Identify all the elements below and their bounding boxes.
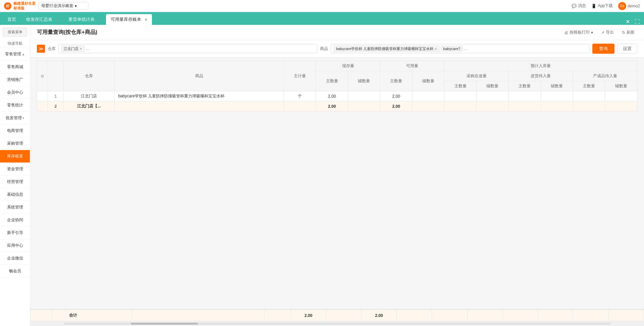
sidebar-item-purchase[interactable]: 采购管理 (0, 137, 30, 150)
export-icon: ↗ (601, 30, 604, 35)
row-production-aux-2 (605, 101, 637, 111)
production-main-header: 主数量 (573, 81, 605, 91)
logo-icon: 好 (4, 2, 11, 10)
top-bar: 好 畅捷通好生意 标准版 母婴行业演示账套 ▾ 💬 消息 📱 App下载 Ea … (0, 0, 644, 12)
footer-purchase-aux (467, 310, 502, 321)
refresh-btn[interactable]: ↻ 刷新 (619, 28, 637, 37)
sidebar-item-retail[interactable]: 零售管理 ▲ (0, 48, 30, 61)
main-layout: 搜索菜单 快捷导航 零售管理 ▲ 零售商城 营销推广 会员中心 零售统计 批发管… (0, 25, 644, 326)
sidebar-item-operations[interactable]: 经营管理 (0, 176, 30, 188)
footer-production-aux (608, 310, 644, 321)
production-aux-header: 辅数量 (605, 81, 637, 91)
footer-stock-main: 2.00 (291, 310, 326, 321)
stock-aux-header: 辅数量 (348, 71, 380, 91)
row-purchase-aux-2 (477, 101, 509, 111)
sidebar-item-wholesale[interactable]: 批发管理 ▾ (0, 112, 30, 125)
sidebar-item-app-center[interactable]: 应用中心 (0, 239, 30, 252)
sidebar-item-basic[interactable]: 基础信息 (0, 188, 30, 201)
sidebar-item-newbie[interactable]: 新手引导 (0, 227, 30, 239)
close-tab-available[interactable]: ✕ (145, 18, 147, 21)
top-bar-left: 好 畅捷通好生意 标准版 母婴行业演示账套 ▾ (4, 1, 89, 10)
warehouse-header: 仓库 (63, 61, 115, 91)
purchase-main-header: 主数量 (444, 81, 477, 91)
remove-warehouse-tag[interactable]: ✕ (79, 47, 82, 51)
gear-icon[interactable]: ⚙ (41, 74, 44, 79)
footer-empty-1 (31, 310, 53, 321)
sidebar-item-marketing[interactable]: 营销推广 (0, 74, 30, 86)
sidebar-item-retail-stats[interactable]: 零售统计 (0, 99, 30, 112)
footer-available-main: 2.00 (361, 310, 396, 321)
sidebar-item-enterprise[interactable]: 企业协同 (0, 214, 30, 227)
footer-label: 合计 (66, 310, 132, 321)
row-settings (37, 91, 48, 101)
tab-order[interactable]: 要货单统计表 ✕ (64, 14, 105, 25)
content-area: 可用量查询(按仓库+商品) 🖨 按模板打印 ▾ ↗ 导出 ↻ 刷新 ≫ (30, 25, 644, 326)
fullscreen-btn[interactable]: ⛶ (633, 19, 641, 25)
sidebar-item-inventory[interactable]: 库存核算 (0, 150, 30, 163)
tab-available[interactable]: 可用量库存账本 ✕ (106, 14, 152, 25)
close-all-tabs-btn[interactable]: ✕ (624, 18, 631, 25)
close-tab-receive[interactable]: ✕ (56, 18, 58, 21)
message-btn[interactable]: 💬 消息 (572, 3, 586, 9)
sidebar-item-member[interactable]: 会员中心 (0, 86, 30, 99)
row-production-main-2 (573, 101, 605, 111)
logo-area: 好 畅捷通好生意 标准版 (4, 1, 36, 10)
sidebar-item-ecommerce[interactable]: 电商管理 (0, 125, 30, 137)
close-tab-order[interactable]: ✕ (98, 18, 101, 21)
chevron-icon: ▲ (22, 52, 25, 56)
print-icon: 🖨 (564, 30, 568, 35)
footer-inbound-main (502, 310, 538, 321)
footer-row: 合计 2.00 2.00 (31, 310, 644, 321)
footer-table: 合计 2.00 2.00 (30, 310, 644, 321)
row-stock-aux-2 (348, 101, 380, 111)
search-menu-btn[interactable]: 搜索菜单 (3, 28, 27, 37)
tab-home[interactable]: 首页 (3, 14, 21, 25)
nav-controls: ✕ ⛶ (624, 18, 641, 25)
page-actions: 🖨 按模板打印 ▾ ↗ 导出 ↻ 刷新 (561, 28, 637, 37)
set-btn[interactable]: 设置 (617, 44, 637, 54)
product-header: 商品 (115, 61, 284, 91)
inbound-group-header: 进货待入量 (508, 71, 573, 81)
remove-product-tag-1[interactable]: ✕ (434, 47, 437, 51)
filter-toggle-btn[interactable]: ≫ (37, 45, 45, 53)
sidebar-item-finance[interactable]: 资金管理 (0, 163, 30, 176)
settings-header: ⚙ (37, 61, 48, 91)
sidebar-item-system[interactable]: 系统管理 (0, 201, 30, 214)
stock-main-header: 主数量 (316, 71, 348, 91)
table-footer: 合计 2.00 2.00 (30, 309, 644, 321)
stock-group-header: 现存量 (316, 61, 380, 71)
warehouse-tag: 江北门店 ✕ (61, 46, 85, 52)
message-icon: 💬 (572, 4, 577, 8)
sidebar-quick-nav[interactable]: 快捷导航 (0, 39, 30, 48)
app-download-btn[interactable]: 📱 App下载 (591, 3, 613, 9)
row-available-aux-2 (412, 101, 444, 111)
product-filter-tags[interactable]: babycare学饮杯 儿童防摔防撞吸管杯重力球吸嘴杯宝宝水杯 ✕ babyca… (331, 44, 590, 53)
tenant-selector[interactable]: 母婴行业演示账套 ▾ (38, 2, 89, 10)
row-warehouse-2: 江北门店【... (63, 101, 115, 111)
row-stock-main-1: 2.00 (316, 91, 348, 101)
table-row: 1 江北门店 babycare学饮杯 儿童防摔防撞吸管杯重力球吸嘴杯宝宝水杯 个… (37, 91, 637, 101)
inbound-aux-header: 辅数量 (541, 81, 573, 91)
sidebar-item-retail-mall[interactable]: 零售商城 (0, 61, 30, 74)
bottom-scrollbar[interactable] (30, 321, 644, 326)
tab-receive[interactable]: 收发存汇总表 ✕ (21, 14, 63, 25)
chevron-icon: ▾ (22, 116, 24, 120)
user-menu[interactable]: Ea demo2 (618, 2, 640, 10)
row-unit-2 (284, 101, 316, 111)
scroll-thumb[interactable] (131, 323, 198, 325)
sidebar-item-member2[interactable]: 畅会员 (0, 265, 30, 278)
footer-stock-aux (326, 310, 361, 321)
warehouse-filter-tags[interactable]: 江北门店 ✕ ... (58, 44, 317, 53)
row-inbound-main-2 (508, 101, 541, 111)
sidebar-search-area: 搜索菜单 (0, 25, 30, 39)
query-btn[interactable]: 查询 (592, 44, 614, 54)
product-label: 商品 (320, 46, 328, 52)
data-table: ⚙ 仓库 商品 主计量 现存量 可用量 预计入库量 主数量 辅数量 主数量 (37, 61, 637, 111)
export-btn[interactable]: ↗ 导出 (598, 28, 616, 37)
product-tag-1: babycare学饮杯 儿童防摔防撞吸管杯重力球吸嘴杯宝宝水杯 ✕ (334, 46, 439, 52)
product-tag-2: babycare? (441, 46, 463, 51)
print-btn[interactable]: 🖨 按模板打印 ▾ (561, 28, 596, 37)
sidebar-item-enterprise-wechat[interactable]: 企业微信 (0, 252, 30, 265)
page-header: 可用量查询(按仓库+商品) 🖨 按模板打印 ▾ ↗ 导出 ↻ 刷新 (30, 25, 644, 40)
unit-header: 主计量 (284, 61, 316, 91)
